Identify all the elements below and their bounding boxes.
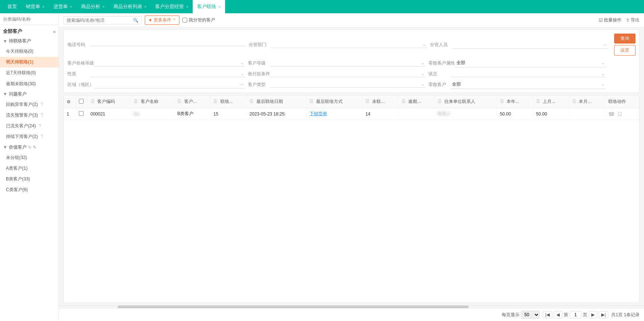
phone-field: 电话号码 <box>67 42 246 48</box>
col-this-year[interactable]: ☰ 本年... <box>497 96 533 108</box>
first-page-button[interactable]: |◀ <box>543 311 552 318</box>
col-contact-person[interactable]: ☰ 往来单位联系人 <box>435 96 497 108</box>
region-input[interactable]: ··· <box>94 81 245 89</box>
gender-input[interactable]: ⌄ <box>90 70 245 77</box>
close-icon[interactable]: × <box>186 5 188 9</box>
search-input[interactable] <box>67 18 133 23</box>
customer-level-input[interactable]: ⌄ <box>270 60 426 66</box>
data-table-area: ⚙ ☰ 客户编码 ☰ 客户名称 <box>63 95 640 303</box>
close-icon[interactable]: × <box>144 5 147 9</box>
help-icon[interactable]: ? <box>39 123 41 128</box>
col-this-month[interactable]: ☰ 本月... <box>569 96 605 108</box>
prev-page-button[interactable]: ◀ <box>554 311 562 318</box>
sidebar-item-churn-warning[interactable]: 流失预警客户(3) ? <box>0 110 59 121</box>
price-level-input[interactable]: ⌄ <box>94 60 245 66</box>
edit-icon[interactable]: ✎ <box>33 145 36 150</box>
help-icon[interactable]: ? <box>41 134 43 139</box>
top-nav: 首页 销货单 × 进货单 × 商品分析 × 商品分析列表 × 客户分层经营 × … <box>0 0 644 13</box>
col-contact-count[interactable]: ☰ 联络... <box>210 96 246 108</box>
retail-attr-input[interactable]: 全部 ⌄ <box>455 59 606 68</box>
refresh-icon[interactable]: ↻ <box>28 145 31 150</box>
page-unit: 页 <box>583 312 587 318</box>
phone-label: 电话号码 <box>67 42 90 48</box>
chevron-down-icon: ⌄ <box>602 72 605 76</box>
chevron-down-icon: ⌄ <box>421 61 424 65</box>
row-check[interactable] <box>79 111 84 116</box>
query-button[interactable]: 查询 <box>614 34 636 44</box>
col-checkbox[interactable] <box>76 96 87 108</box>
payment-input[interactable]: ⌄ <box>270 70 426 77</box>
next-page-button[interactable]: ▶ <box>589 311 597 318</box>
close-icon[interactable]: × <box>42 5 45 9</box>
page-size: 每页显示 50 100 200 <box>502 311 540 319</box>
sidebar-item-repurchase[interactable]: 回购异常客户(2) ? <box>0 99 59 110</box>
payment-field: 收付款条件 ⌄ <box>248 70 426 77</box>
sidebar-item-c-class[interactable]: C类客户(6) <box>0 184 59 195</box>
page-input[interactable] <box>570 311 581 318</box>
close-icon[interactable]: × <box>218 5 221 9</box>
nav-customer-tier[interactable]: 客户分层经营 × <box>151 0 193 13</box>
filter-panel: 电话号码 分管部门 ⌄ 分管人员 ··· 查询 设置 <box>63 30 640 93</box>
nav-customer-contact[interactable]: 客户联络 × <box>193 0 225 13</box>
settings-button[interactable]: 设置 <box>614 45 636 56</box>
sidebar-item-today[interactable]: 今天待联络(0) <box>0 46 59 57</box>
close-icon[interactable]: × <box>70 5 72 9</box>
dept-input[interactable]: ⌄ <box>271 41 427 48</box>
col-customer-type[interactable]: ☰ 客户... <box>174 96 210 108</box>
sidebar-item-declining[interactable]: 持续下滑客户(2) ? <box>0 131 59 142</box>
col-last-date[interactable]: ☰ 最后联络日期 <box>246 96 307 108</box>
phone-input[interactable] <box>90 44 246 46</box>
sidebar-search-input[interactable] <box>3 17 58 22</box>
price-level-field: 客户价格等级 ⌄ <box>67 60 245 66</box>
col-code[interactable]: ☰ 客户编码 <box>87 96 131 108</box>
grid-action-icon[interactable]: ☷ <box>617 111 622 117</box>
chevron-down-icon: ⌄ <box>241 72 244 76</box>
my-customers-checkbox[interactable]: 我分管的客户 <box>182 17 215 23</box>
nav-product-list[interactable]: 商品分析列表 × <box>109 0 151 13</box>
all-customers-header[interactable]: 全部客户 « <box>0 25 59 36</box>
phone-action-icon[interactable]: ☎ <box>608 111 615 117</box>
status-input[interactable]: ⌄ <box>451 70 606 77</box>
filter-button[interactable]: ▼ 更多条件 ⌃ <box>145 15 179 25</box>
help-icon[interactable]: ? <box>41 102 43 107</box>
sidebar-item-ungrouped[interactable]: 未分组(32) <box>0 152 59 163</box>
retail-customer-input[interactable]: 全部 ⌄ <box>451 80 606 89</box>
gender-label: 性质 <box>67 71 90 77</box>
customer-type-label: 客户类型 <box>248 82 270 88</box>
col-settings[interactable]: ⚙ <box>64 96 76 108</box>
region-field: 区域（地区） ··· <box>67 81 245 89</box>
col-name[interactable]: ☰ 客户名称 <box>131 96 174 108</box>
sidebar-item-churned[interactable]: 已流失客户(24) ? <box>0 121 59 131</box>
nav-home[interactable]: 首页 <box>3 0 21 13</box>
search-button[interactable]: 🔍 <box>133 18 139 23</box>
nav-purchase[interactable]: 进货单 × <box>49 0 77 13</box>
sidebar-item-overdue[interactable]: 逾期未联络(30) <box>0 79 59 89</box>
nav-sales[interactable]: 销货单 × <box>21 0 49 13</box>
row-last-method[interactable]: 下销货单 <box>307 108 363 120</box>
col-last-month[interactable]: ☰ 上月... <box>533 96 569 108</box>
sidebar-item-b-class[interactable]: B类客户(33) <box>0 174 59 184</box>
row-checkbox[interactable] <box>76 108 87 120</box>
customer-type-input[interactable]: ⌄ <box>270 81 426 88</box>
collapse-icon[interactable]: « <box>53 29 56 34</box>
export-button[interactable]: ⇧ 导出 <box>626 17 640 23</box>
nav-product-analysis[interactable]: 商品分析 × <box>77 0 109 13</box>
chevron-down-icon: ⌄ <box>241 61 244 65</box>
per-page-select[interactable]: 50 100 200 <box>521 311 540 319</box>
col-overdue[interactable]: ☰ 逾期... <box>398 96 434 108</box>
close-icon[interactable]: × <box>102 5 105 9</box>
sidebar-item-a-class[interactable]: A类客户(1) <box>0 163 59 174</box>
batch-ops-button[interactable]: ☑ 批量操作 <box>599 17 622 23</box>
my-customers-check[interactable] <box>182 18 187 23</box>
sidebar-item-7days[interactable]: 近7天待联络(0) <box>0 68 59 78</box>
col-last-method[interactable]: ☰ 最后联络方式 <box>307 96 363 108</box>
col-no-contact[interactable]: ☰ 未联... <box>362 96 398 108</box>
sidebar-item-tomorrow[interactable]: 明天待联络(1) <box>0 57 59 68</box>
dept-label: 分管部门 <box>249 42 271 48</box>
last-page-button[interactable]: ▶| <box>599 311 608 318</box>
select-all-checkbox[interactable] <box>79 99 84 104</box>
person-input[interactable]: ··· <box>452 41 608 49</box>
help-icon[interactable]: ? <box>41 113 43 118</box>
sidebar-search-box: 🔍 <box>0 13 59 25</box>
settings-icon[interactable]: ⚙ <box>67 99 71 104</box>
